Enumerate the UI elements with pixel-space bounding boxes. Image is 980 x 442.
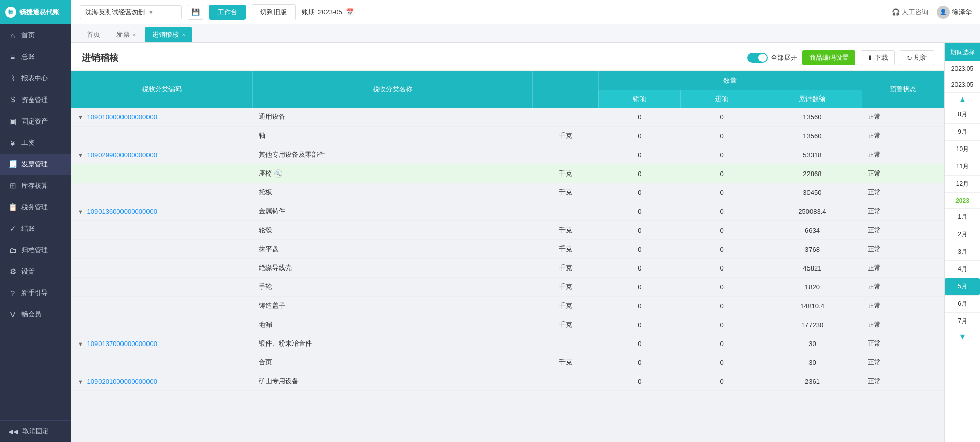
total-cell: 3768: [763, 240, 862, 259]
month-1[interactable]: 1月: [945, 209, 980, 226]
expand-icon[interactable]: ▼: [78, 379, 83, 385]
xiao-cell: 0: [598, 297, 680, 315]
tax-code-value: 1090299000000000000: [87, 151, 157, 159]
period-selector-header[interactable]: 期间选择: [945, 43, 980, 61]
switch-version-button[interactable]: 切到旧版: [252, 4, 296, 20]
company-selector[interactable]: 沈海英测试经营勿删 ▼: [80, 5, 182, 19]
status-cell: 正常: [862, 145, 944, 164]
refresh-btn[interactable]: ↻ 刷新: [900, 50, 934, 65]
tab-invoice-close[interactable]: ×: [133, 32, 136, 38]
status-cell: 正常: [862, 202, 944, 221]
scroll-up-btn[interactable]: ▲: [945, 93, 980, 106]
status-cell: 正常: [862, 108, 944, 127]
month-11[interactable]: 11月: [945, 158, 980, 176]
month-6[interactable]: 6月: [945, 296, 980, 313]
status-cell: 正常: [862, 353, 944, 372]
xiao-cell: 0: [598, 372, 680, 391]
sidebar-item-inventory[interactable]: ⊞ 库存核算: [0, 175, 71, 197]
jin-cell: 0: [680, 259, 763, 278]
sidebar-unpin-button[interactable]: ◀◀ 取消固定: [0, 420, 71, 442]
sidebar-item-invoice[interactable]: 🧾 发票管理: [0, 154, 71, 175]
toggle-track[interactable]: [747, 53, 768, 63]
sidebar-item-settings[interactable]: ⚙ 设置: [0, 261, 71, 282]
sidebar-item-label: 结账: [21, 224, 35, 233]
month-8[interactable]: 8月: [945, 106, 980, 124]
month-4[interactable]: 4月: [945, 261, 980, 278]
save-button[interactable]: 💾: [188, 5, 203, 20]
sidebar-item-funds[interactable]: ＄ 资金管理: [0, 89, 71, 111]
expand-all-toggle[interactable]: 全部展开: [747, 53, 797, 63]
xiao-cell: 0: [598, 240, 680, 259]
table-row: [71, 353, 253, 372]
unit-cell: [532, 202, 598, 221]
expand-icon[interactable]: ▼: [78, 152, 83, 158]
month-10[interactable]: 10月: [945, 141, 980, 158]
month-2[interactable]: 2月: [945, 226, 980, 243]
sidebar-item-vip[interactable]: V 畅会员: [0, 304, 71, 325]
total-cell: 13560: [763, 127, 862, 145]
year-2023: 2023: [945, 193, 980, 209]
sidebar-item-reports[interactable]: ⌇ 报表中心: [0, 67, 71, 89]
download-btn[interactable]: ⬇ 下载: [861, 50, 895, 65]
refresh-label: 刷新: [914, 53, 927, 62]
sidebar-item-assets[interactable]: ▣ 固定资产: [0, 111, 71, 132]
help-button[interactable]: 🎧 人工咨询: [892, 8, 928, 17]
tax-name-cell: 轮毂: [253, 221, 532, 240]
month-3[interactable]: 3月: [945, 243, 980, 261]
sidebar-item-tax[interactable]: 📋 税务管理: [0, 197, 71, 218]
checkout-icon: ✓: [8, 224, 17, 233]
company-name: 沈海英测试经营勿删: [85, 8, 145, 17]
total-cell: 177230: [763, 315, 862, 334]
unit-cell: 千克: [532, 240, 598, 259]
xiao-cell: 0: [598, 278, 680, 297]
period-item-0[interactable]: 2023.05: [945, 61, 980, 77]
tab-home[interactable]: 首页: [80, 27, 107, 42]
table-row: [71, 127, 253, 145]
jin-cell: 0: [680, 202, 763, 221]
sidebar-item-label: 畅会员: [21, 310, 41, 319]
sidebar-item-archive[interactable]: 🗂 归档管理: [0, 239, 71, 261]
search-icon[interactable]: 🔍: [274, 169, 282, 178]
headset-icon: 🎧: [892, 8, 900, 16]
th-unit: [532, 71, 598, 108]
workbench-button[interactable]: 工作台: [209, 5, 246, 20]
calendar-icon[interactable]: 📅: [346, 8, 354, 16]
tab-invoice[interactable]: 发票 ×: [109, 27, 143, 42]
month-12[interactable]: 12月: [945, 176, 980, 193]
unit-cell: [532, 108, 598, 127]
tab-reconcile-close[interactable]: ×: [182, 32, 185, 38]
total-cell: 53318: [763, 145, 862, 164]
main-area: 沈海英测试经营勿删 ▼ 💾 工作台 切到旧版 账期 2023-05 📅 🎧 人工…: [71, 0, 980, 442]
unit-cell: [532, 334, 598, 353]
unpin-label: 取消固定: [22, 427, 49, 436]
jin-cell: 0: [680, 164, 763, 183]
product-code-btn[interactable]: 商品编码设置: [802, 50, 855, 65]
expand-icon[interactable]: ▼: [78, 209, 83, 215]
sidebar-item-payroll[interactable]: ¥ 工资: [0, 132, 71, 154]
expand-icon[interactable]: ▼: [78, 341, 83, 347]
total-cell: 2361: [763, 372, 862, 391]
tax-name-cell: 锻件、粉末冶金件: [253, 334, 532, 353]
sidebar-item-ledger[interactable]: ≡ 总账: [0, 46, 71, 67]
page-header-actions: 全部展开 商品编码设置 ⬇ 下载 ↻ 刷新: [747, 50, 934, 65]
total-cell: 22868: [763, 164, 862, 183]
expand-icon[interactable]: ▼: [78, 114, 83, 120]
tax-name-cell: 其他专用设备及零部件: [253, 145, 532, 164]
tax-name-cell: 铸造盖子: [253, 297, 532, 315]
tab-reconcile[interactable]: 进销稽核 ×: [145, 27, 192, 42]
user-menu[interactable]: 👤 徐泽华: [937, 6, 972, 19]
table-container: 税收分类编码 税收分类名称 数量 预警状态 销项 进项 累计数额: [71, 71, 944, 442]
period-item-1[interactable]: 2023.05: [945, 77, 980, 93]
tabbar: 首页 发票 × 进销稽核 ×: [71, 24, 980, 43]
sidebar-item-guide[interactable]: ? 新手引导: [0, 282, 71, 304]
tax-name-cell: 手轮: [253, 278, 532, 297]
sidebar-item-home[interactable]: ⌂ 首页: [0, 24, 71, 46]
month-9[interactable]: 9月: [945, 124, 980, 141]
status-cell: 正常: [862, 297, 944, 315]
tax-name-cell: 金属铸件: [253, 202, 532, 221]
sidebar-item-checkout[interactable]: ✓ 结账: [0, 218, 71, 239]
reconcile-table: 税收分类编码 税收分类名称 数量 预警状态 销项 进项 累计数额: [71, 71, 944, 391]
month-7[interactable]: 7月: [945, 313, 980, 330]
scroll-down-btn[interactable]: ▼: [945, 330, 980, 343]
month-5[interactable]: 5月: [945, 278, 980, 296]
